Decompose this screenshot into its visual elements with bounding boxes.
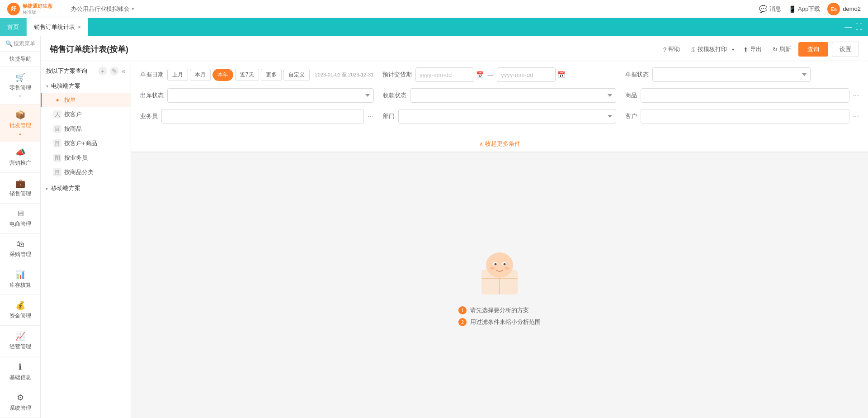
logo-text: 畅捷通好生意 标准版 — [23, 3, 52, 15]
settings-button[interactable]: 设置 — [832, 42, 859, 57]
sidebar-search[interactable]: 🔍 搜索菜单 — [0, 36, 40, 52]
sidebar-item-finance[interactable]: 💰 资金管理 — [0, 295, 40, 326]
receipt-select[interactable] — [410, 88, 617, 103]
user-profile[interactable]: Ea demo2 — [827, 3, 861, 15]
receipt-filter: 收款状态 — [383, 88, 617, 103]
goods-input[interactable] — [641, 88, 849, 103]
nav-expand-icon[interactable]: ⛶ — [855, 23, 863, 31]
help-button[interactable]: ? 帮助 — [660, 43, 684, 55]
query-button[interactable]: 查询 — [798, 42, 828, 57]
sidebar-item-purchase[interactable]: 🛍 采购管理 — [0, 234, 40, 264]
message-button[interactable]: 💬 消息 — [759, 5, 781, 13]
goods-more-icon[interactable]: ··· — [853, 92, 859, 99]
custom-date-btn[interactable]: 自定义 — [283, 69, 310, 81]
logo-area: 好 畅捷通好生意 标准版 — [7, 3, 52, 15]
date-filter: 单据日期 上月 本月 本年 近7天 更多 自定义 — [140, 69, 373, 81]
print-icon: 🖨 — [690, 46, 696, 53]
svg-point-5 — [504, 263, 506, 265]
empty-tips: 1 请先选择要分析的方案 2 用过滤条件来缩小分析范围 — [458, 306, 541, 326]
scheme-item-2[interactable]: 目 按商品 — [41, 122, 131, 136]
scheme-add-icon[interactable]: + — [98, 66, 107, 76]
delivery-filter: 出库状态 — [140, 88, 374, 103]
sidebar-item-basic-info[interactable]: ℹ 基础信息 — [0, 356, 40, 387]
inventory-icon: 📊 — [15, 270, 25, 280]
customer-input[interactable] — [641, 109, 849, 124]
tab-close-icon[interactable]: × — [78, 24, 81, 30]
nav-tabs-right: — ⛶ — [839, 18, 868, 36]
scheme-item-0[interactable]: ● 按单 — [41, 93, 131, 107]
tab-sales-order-stats[interactable]: 销售订单统计表 × — [27, 18, 88, 36]
sidebar-item-sales-mgmt[interactable]: 💼 销售管理 — [0, 173, 40, 204]
svg-point-6 — [490, 267, 495, 270]
svg-point-1 — [486, 252, 513, 278]
customer-more-icon[interactable]: ··· — [853, 113, 859, 120]
scheme-edit-icon[interactable]: ✎ — [110, 66, 119, 76]
export-icon: ⬆ — [743, 46, 748, 53]
date-range-display: 2023-01-01 至 2023-12-31 — [315, 71, 374, 78]
mobile-scheme-group: ▸ 移动端方案 — [41, 181, 131, 195]
expected-date-from: 📅 — [415, 67, 484, 82]
print-button[interactable]: 🖨 按模板打印 — [687, 43, 730, 55]
sidebar-item-marketing[interactable]: 📣 营销推广 — [0, 142, 40, 173]
dept-select[interactable] — [398, 109, 617, 124]
sidebar-item-sys-mgmt[interactable]: ⚙ 系统管理 — [0, 387, 40, 418]
app-download-button[interactable]: 📱 App下载 — [788, 5, 820, 13]
logo-icon: 好 — [7, 3, 20, 15]
expected-date-to-input[interactable] — [497, 67, 556, 82]
refresh-button[interactable]: ↻ 刷新 — [769, 43, 795, 55]
sidebar-item-zero-retail[interactable]: 🛒 零售管理 ▾ — [0, 67, 40, 104]
scheme-item-5[interactable]: 目 按商品分类 — [41, 165, 131, 180]
scheme-item-3[interactable]: 目 按客户+商品 — [41, 136, 131, 151]
calendar-from-icon[interactable]: 📅 — [476, 71, 484, 78]
last7-btn[interactable]: 近7天 — [235, 69, 259, 81]
collapse-up-icon: ∧ — [479, 141, 483, 147]
last-month-btn[interactable]: 上月 — [167, 69, 188, 81]
print-dropdown-button[interactable]: ▾ — [730, 45, 736, 54]
nav-minimize-icon[interactable]: — — [844, 23, 852, 31]
refresh-icon: ↻ — [773, 46, 778, 53]
pc-scheme-group-header[interactable]: ▾ 电脑端方案 — [41, 79, 131, 93]
search-icon: 🔍 — [5, 40, 13, 47]
status-select[interactable] — [652, 67, 811, 82]
more-date-btn[interactable]: 更多 — [261, 69, 282, 81]
calendar-to-icon[interactable]: 📅 — [557, 71, 565, 78]
sales-input[interactable] — [161, 109, 364, 124]
download-icon: 📱 — [788, 5, 796, 13]
main-layout: 🔍 搜索菜单 快捷导航 🛒 零售管理 ▾ 📦 批发管理 ▴ 📣 营销推广 💼 — [0, 36, 868, 418]
app-selector[interactable]: 办公用品行业模拟账套 ▾ — [67, 3, 138, 15]
filter-row-2: 出库状态 收款状态 — [140, 88, 859, 103]
scheme-collapse-icon[interactable]: « — [122, 67, 125, 75]
this-month-btn[interactable]: 本月 — [190, 69, 211, 81]
sidebar-main: 🛒 零售管理 ▾ 📦 批发管理 ▴ 📣 营销推广 💼 销售管理 🖥 电商管理 — [0, 67, 40, 418]
mobile-group-arrow-icon: ▸ — [46, 186, 48, 191]
basic-info-icon: ℹ — [19, 362, 22, 372]
export-button[interactable]: ⬆ 导出 — [740, 43, 765, 55]
sales-more-icon[interactable]: ··· — [368, 113, 373, 120]
expected-date-from-input[interactable] — [415, 67, 474, 82]
sidebar-item-inventory[interactable]: 📊 库存核算 — [0, 264, 40, 295]
scheme-item-4[interactable]: 图 按业务员 — [41, 151, 131, 165]
page-right-actions: ? 帮助 🖨 按模板打印 ▾ ⬆ 导出 ↻ — [660, 42, 859, 57]
purchase-icon: 🛍 — [16, 239, 24, 249]
customer-filter: 客户 ··· — [625, 109, 859, 124]
this-year-btn[interactable]: 本年 — [212, 69, 233, 81]
full-content: 单据日期 上月 本月 本年 近7天 更多 自定义 — [131, 61, 868, 418]
scheme-item-icon-1: 人 — [53, 110, 61, 119]
top-bar-right: 💬 消息 📱 App下载 Ea demo2 — [759, 3, 861, 15]
sidebar: 🔍 搜索菜单 快捷导航 🛒 零售管理 ▾ 📦 批发管理 ▴ 📣 营销推广 💼 — [0, 36, 41, 418]
zero-retail-icon: 🛒 — [15, 72, 25, 82]
scheme-item-1[interactable]: 人 按客户 — [41, 107, 131, 122]
delivery-select[interactable] — [167, 88, 374, 103]
divider — [60, 5, 60, 14]
sidebar-item-wholesale[interactable]: 📦 批发管理 ▴ — [0, 104, 40, 142]
sidebar-quick-nav[interactable]: 快捷导航 — [0, 52, 40, 67]
mobile-scheme-group-header[interactable]: ▸ 移动端方案 — [41, 181, 131, 195]
sidebar-item-ecom[interactable]: 🖥 电商管理 — [0, 204, 40, 234]
dept-filter: 部门 — [383, 109, 617, 124]
sidebar-item-business[interactable]: 📈 经营管理 — [0, 326, 40, 356]
tab-home[interactable]: 首页 — [0, 18, 27, 36]
top-bar: 好 畅捷通好生意 标准版 办公用品行业模拟账套 ▾ 💬 消息 📱 App下载 E… — [0, 0, 868, 18]
scheme-item-icon-0: ● — [53, 96, 61, 104]
collapse-bar[interactable]: ∧ 收起更多条件 — [131, 136, 868, 152]
svg-point-4 — [495, 263, 497, 265]
